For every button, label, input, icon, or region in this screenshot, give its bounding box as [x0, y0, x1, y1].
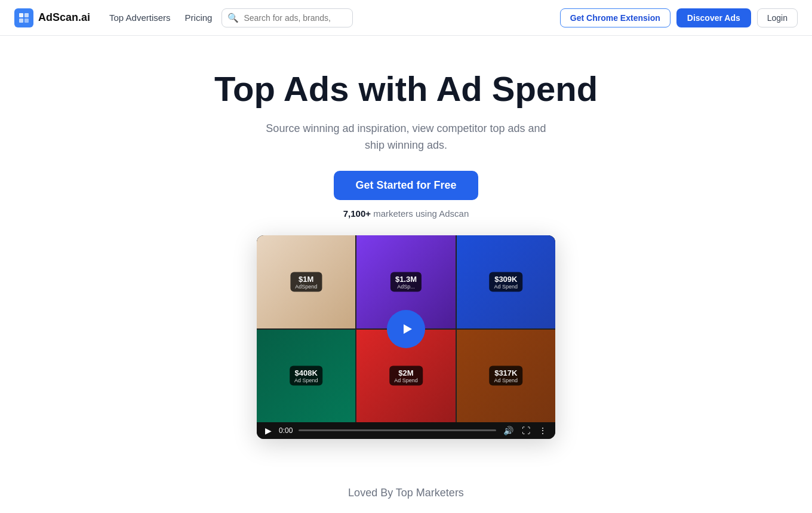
video-time: 0:00 — [279, 426, 293, 435]
nav-links: Top Advertisers Pricing — [109, 13, 212, 23]
get-chrome-extension-button[interactable]: Get Chrome Extension — [560, 8, 670, 27]
nav-search-area: 🔍 — [222, 8, 353, 27]
demo-video[interactable]: $1MAdSpend $1.3MAdSp... $309KAd Spend $4… — [257, 235, 555, 439]
svg-rect-0 — [19, 13, 23, 17]
svg-marker-4 — [404, 324, 412, 334]
video-fullscreen[interactable]: ⛶ — [521, 426, 531, 435]
svg-rect-1 — [24, 13, 29, 17]
ad-cell-1: $1MAdSpend — [257, 235, 355, 328]
cta-button[interactable]: Get Started for Free — [334, 171, 478, 200]
nav-actions: Get Chrome Extension Discover Ads Login — [560, 8, 798, 27]
nav-top-advertisers[interactable]: Top Advertisers — [109, 13, 171, 23]
video-more-options[interactable]: ⋮ — [537, 426, 548, 435]
logo-icon — [14, 8, 33, 27]
video-preview: $1MAdSpend $1.3MAdSp... $309KAd Spend $4… — [257, 235, 555, 422]
video-play-control[interactable]: ▶ — [264, 426, 273, 435]
social-proof-count: 7,100+ — [343, 208, 371, 219]
discover-ads-button[interactable]: Discover Ads — [676, 8, 751, 27]
loved-by-section: Loved By Top Marketers PhotoRoom K Kilo.… — [0, 487, 812, 513]
hero-section: Top Ads with Ad Spend Source winning ad … — [0, 36, 812, 487]
svg-rect-2 — [19, 19, 23, 23]
navbar: AdScan.ai Top Advertisers Pricing 🔍 Get … — [0, 0, 812, 36]
video-progress-bar[interactable] — [299, 429, 496, 431]
play-button[interactable] — [387, 310, 425, 348]
social-proof-text: marketers using Adscan — [371, 208, 469, 219]
login-button[interactable]: Login — [757, 8, 798, 27]
social-proof: 7,100+ marketers using Adscan — [14, 208, 798, 219]
logo-text: AdScan.ai — [38, 11, 90, 24]
hero-title: Top Ads with Ad Spend — [197, 69, 615, 109]
loved-title: Loved By Top Marketers — [14, 487, 798, 499]
nav-pricing[interactable]: Pricing — [185, 13, 213, 23]
ad-cell-6: $317KAd Spend — [457, 330, 555, 422]
svg-rect-3 — [24, 19, 29, 23]
ad-cell-3: $309KAd Spend — [457, 235, 555, 328]
logo-link[interactable]: AdScan.ai — [14, 8, 90, 27]
video-controls: ▶ 0:00 🔊 ⛶ ⋮ — [257, 422, 555, 439]
video-volume[interactable]: 🔊 — [502, 426, 515, 435]
hero-subtitle: Source winning ad inspiration, view comp… — [263, 120, 549, 155]
search-input[interactable] — [222, 8, 353, 27]
ad-cell-4: $408KAd Spend — [257, 330, 355, 422]
